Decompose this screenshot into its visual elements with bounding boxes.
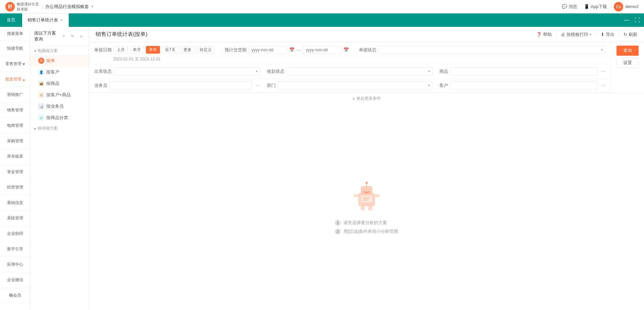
print-dropdown-icon: ▾ [590, 33, 591, 36]
date-current-year-btn[interactable]: 本年 [146, 46, 160, 54]
sidebar-item-basic-info[interactable]: 基础信息 [0, 195, 30, 211]
logo-text: 畅捷通好生意 标准版 [17, 2, 39, 11]
add-scheme-icon[interactable]: + [60, 33, 67, 40]
customer-input[interactable] [450, 81, 597, 90]
date-filter-group: 单据日期 上月 本月 本年 近7天 更多 自定义 [94, 46, 215, 54]
setting-button[interactable]: 设置 [616, 58, 639, 68]
refresh-button[interactable]: ↻ 刷新 [624, 32, 637, 38]
customer-group: 客户 ··· [439, 81, 605, 90]
goods-input[interactable] [450, 67, 597, 75]
avatar: Ea [614, 2, 623, 11]
tab-home[interactable]: 首页 [0, 13, 22, 27]
sidebar-item-operations[interactable]: 经营管理 [0, 180, 30, 195]
query-button[interactable]: 查询 [616, 46, 639, 56]
sidebar-item-apps[interactable]: 应用中心 [0, 257, 30, 272]
forecast-end-input[interactable] [303, 46, 341, 54]
date-prev-month-btn[interactable]: 上月 [114, 46, 128, 54]
svg-rect-11 [368, 206, 372, 210]
print-button[interactable]: 🖨 按模板打印 ▾ [561, 32, 591, 38]
scheme-item-by-customer[interactable]: 👤 按客户 [30, 66, 89, 78]
sidebar-item-enterprise[interactable]: 企业协同 [0, 226, 30, 242]
edit-scheme-icon[interactable]: ✎ [69, 33, 76, 40]
delivery-select[interactable] [114, 67, 260, 75]
date-current-month-btn[interactable]: 本月 [130, 46, 144, 54]
bill-status-select-wrap: ▾ [378, 46, 605, 54]
user-area[interactable]: Ea demo2 [614, 2, 639, 11]
tab-close-icon[interactable]: × [61, 18, 63, 22]
date-dash: — [297, 47, 301, 52]
bill-status-label: 单据状态 [359, 47, 376, 53]
sidebar-item-finance[interactable]: 资金管理 [0, 164, 30, 180]
scheme-item-by-customer-goods[interactable]: ⊞ 按客户+商品 [30, 89, 89, 101]
sidebar-item-purchase[interactable]: 采购管理 [0, 134, 30, 149]
sidebar-item-inventory[interactable]: 库存核算 [0, 149, 30, 164]
svg-rect-8 [354, 194, 358, 197]
scheme-item-by-salesperson[interactable]: 📊 按业务员 [30, 101, 89, 112]
sidebar-item-wholesale[interactable]: 批发管理 ▴ [0, 72, 30, 87]
collapse-icon: ∧ [352, 96, 355, 101]
scheme-icon-by-salesperson: 📊 [38, 103, 44, 109]
help-button[interactable]: ❓ 帮助 [536, 32, 552, 38]
calendar-start-icon[interactable]: 📅 [289, 47, 294, 52]
filter-wrapper: 单据日期 上月 本月 本年 近7天 更多 自定义 预计交货期 📅 — [89, 42, 644, 93]
message-button[interactable]: 💬 消息 [562, 4, 577, 10]
download-icon: 📱 [584, 4, 589, 9]
salesperson-input[interactable] [109, 81, 252, 90]
app-download-button[interactable]: 📱 App下载 [584, 4, 607, 10]
top-bar-right: 💬 消息 📱 App下载 Ea demo2 [562, 2, 639, 11]
sidebar-item-sales[interactable]: 销售管理 [0, 103, 30, 118]
payment-select[interactable] [286, 67, 433, 75]
tip-num-1: 1 [335, 220, 341, 226]
filter-left: 单据日期 上月 本月 本年 近7天 更多 自定义 预计交货期 📅 — [89, 42, 611, 93]
desktop-arrow-icon: ▾ [34, 49, 36, 53]
department-select[interactable] [278, 81, 433, 90]
export-button[interactable]: ⬇ 导出 [601, 32, 614, 38]
scheme-icon-by-order: 按 [38, 58, 44, 64]
goods-more-icon[interactable]: ··· [601, 68, 605, 74]
sidebar-item-system[interactable]: 系统管理 [0, 211, 30, 226]
mobile-group: ▸ 移动端方案 [30, 123, 89, 133]
calendar-end-icon[interactable]: 📅 [343, 47, 349, 52]
customer-label: 客户 [439, 83, 448, 89]
scheme-item-by-category[interactable]: ⊟ 按商品分类 [30, 112, 89, 123]
desktop-group: ▾ 电脑端方案 [30, 46, 89, 55]
empty-tip-2: 2 用[过滤]条件来缩小分析范围 [335, 228, 398, 235]
sidebar-item-member[interactable]: 畅会员 [0, 288, 30, 303]
delivery-label: 出库状态 [94, 68, 112, 74]
scheme-item-by-order[interactable]: 按 按单 [30, 55, 89, 66]
action-buttons: 查询 设置 [611, 42, 644, 93]
breadcrumb-dropdown-icon[interactable]: ▾ [92, 5, 93, 8]
date-label: 单据日期 [94, 47, 112, 53]
department-label: 部门 [267, 83, 276, 89]
sidebar-item-retail[interactable]: 零售管理 ▾ [0, 56, 30, 72]
mobile-arrow-icon: ▸ [34, 126, 36, 131]
tab-minimize-icon[interactable]: — [623, 16, 631, 24]
sidebar-item-quick-nav[interactable]: 快捷导航 [0, 41, 30, 56]
sidebar-item-search[interactable]: 搜索菜单 [0, 27, 30, 41]
customer-more-icon[interactable]: ··· [601, 83, 605, 89]
sidebar-item-ecommerce[interactable]: 电商管理 [0, 118, 30, 134]
date-more-btn[interactable]: 更多 [180, 46, 195, 54]
scheme-item-by-goods[interactable]: 📦 按商品 [30, 78, 89, 89]
sidebar-item-marketing[interactable]: 营销推广 [0, 87, 30, 103]
delivery-select-wrap: ▾ [114, 67, 260, 75]
empty-tip-1: 1 请先选择要分析的方案 [335, 220, 398, 226]
tab-active[interactable]: 销售订单统计表 × [22, 13, 69, 27]
sidebar-item-wechat[interactable]: 企业微信 [0, 272, 30, 288]
sidebar-item-newbie[interactable]: 新手引导 [0, 242, 30, 257]
collapse-panel-icon[interactable]: « [78, 33, 85, 40]
top-bar: 好 畅捷通好生意 标准版 | 办公用品行业模拟账套 ▾ 💬 消息 📱 App下载… [0, 0, 644, 13]
date-range-display: 2023-01-01 至 2023-12-31 [89, 56, 611, 64]
message-icon: 💬 [562, 4, 567, 9]
date-7days-btn[interactable]: 近7天 [162, 46, 178, 54]
date-custom-btn[interactable]: 自定义 [197, 46, 215, 54]
svg-rect-10 [361, 206, 365, 210]
goods-label: 商品 [439, 68, 448, 74]
salesperson-more-icon[interactable]: ··· [256, 83, 260, 89]
main-layout: 搜索菜单 快捷导航 零售管理 ▾ 批发管理 ▴ 营销推广 销售管理 电商管理 采… [0, 27, 644, 310]
forecast-start-input[interactable] [249, 46, 287, 54]
bill-status-select[interactable] [378, 46, 605, 54]
collapse-bar[interactable]: ∧ 收起更多条件 [89, 93, 644, 104]
department-select-wrap: ▾ [278, 81, 433, 90]
tab-maximize-icon[interactable]: ⛶ [633, 16, 641, 24]
